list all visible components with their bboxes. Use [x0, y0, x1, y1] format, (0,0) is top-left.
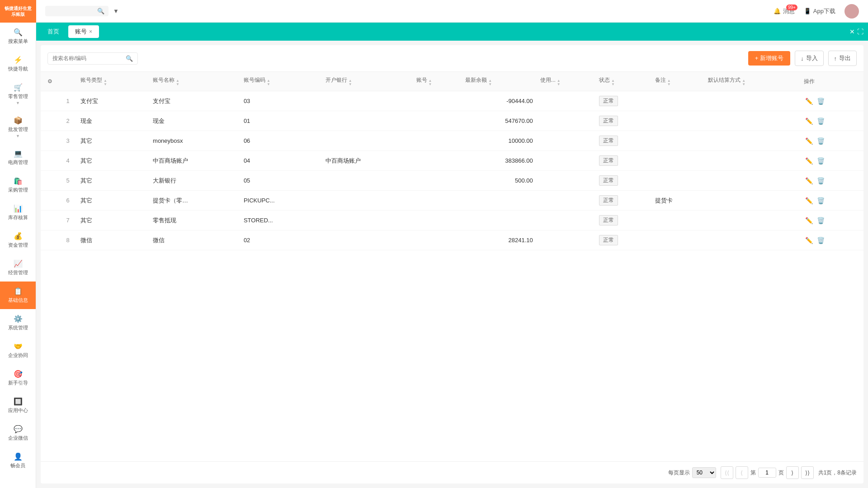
search-input[interactable]	[52, 55, 123, 61]
delete-button[interactable]: 🗑️	[816, 96, 826, 106]
add-account-button[interactable]: + 新增账号	[748, 51, 790, 66]
table-row: 1 支付宝 支付宝 03 -90444.00 正常 ✏️ 🗑️	[41, 91, 863, 111]
row-remark	[651, 151, 705, 171]
row-default-settle	[704, 211, 800, 230]
row-account-name: moneybosx	[149, 131, 240, 151]
col-bank[interactable]: 开户银行▲▼	[322, 72, 413, 91]
col-remark[interactable]: 备注▲▼	[651, 72, 705, 91]
sidebar-item-label: 企业协同	[8, 352, 28, 359]
last-page-button[interactable]: ⟩⟩	[801, 466, 814, 479]
search-container[interactable]: 🔍	[47, 52, 138, 65]
top-search-bar[interactable]: 🔍	[45, 6, 108, 16]
prev-page-button[interactable]: ⟨	[736, 466, 748, 479]
row-use-state	[537, 111, 595, 131]
expand-arrow-icon: ▼	[16, 134, 20, 138]
edit-button[interactable]: ✏️	[804, 156, 814, 166]
per-page-select[interactable]: 50 100	[692, 467, 716, 478]
tab-home[interactable]: 首页	[41, 25, 66, 38]
sidebar-item-ecommerce-manage[interactable]: 💻 电商管理	[0, 144, 36, 171]
col-account-type[interactable]: 账号类型▲▼	[77, 72, 149, 91]
row-remark	[651, 111, 705, 131]
row-balance: 28241.10	[462, 230, 536, 250]
sidebar-item-enterprise-wechat[interactable]: 💬 企业微信	[0, 419, 36, 447]
app-download-button[interactable]: 📱 App下载	[804, 7, 835, 15]
notification-button[interactable]: 🔔 消息 99+	[774, 7, 795, 15]
sidebar-item-newbie-guide[interactable]: 🎯 新手引导	[0, 364, 36, 392]
sidebar-item-system-manage[interactable]: ⚙️ 系统管理	[0, 309, 36, 337]
sidebar-item-label: 采购管理	[8, 187, 28, 193]
row-num: 2	[59, 111, 77, 131]
status-badge: 正常	[599, 195, 618, 206]
sidebar-item-app-center[interactable]: 🔲 应用中心	[0, 392, 36, 419]
col-status[interactable]: 状态▲▼	[595, 72, 651, 91]
row-account-code: PICKUPC...	[240, 191, 322, 211]
col-settings[interactable]: ⚙	[41, 72, 59, 91]
col-use-state[interactable]: 使用...▲▼	[537, 72, 595, 91]
avatar[interactable]	[844, 4, 859, 19]
col-account-no[interactable]: 账号▲▼	[413, 72, 462, 91]
row-actions: ✏️ 🗑️	[800, 171, 863, 191]
content-area: 🔍 + 新增账号 ↓ 导入 ↑ 导出 ⚙	[41, 45, 863, 483]
row-account-code: STORED...	[240, 211, 322, 230]
tab-account[interactable]: 账号×	[68, 25, 99, 38]
sidebar-item-label: 零售管理	[8, 93, 28, 100]
first-page-button[interactable]: ⟨⟨	[721, 466, 733, 479]
sidebar-item-ops-manage[interactable]: 📈 经营管理	[0, 254, 36, 282]
sidebar-item-basic-info[interactable]: 📋 基础信息	[0, 282, 36, 309]
row-num: 5	[59, 171, 77, 191]
page-input[interactable]: 1	[758, 468, 776, 478]
sidebar-item-member[interactable]: 👤 畅会员	[0, 447, 36, 474]
row-account-type: 其它	[77, 191, 149, 211]
col-default-settle[interactable]: 默认结算方式▲▼	[704, 72, 800, 91]
col-balance[interactable]: 最新余额▲▼	[462, 72, 536, 91]
row-default-settle	[704, 191, 800, 211]
enterprise-wechat-icon: 💬	[14, 425, 23, 433]
sidebar-item-label: 企业微信	[8, 435, 28, 441]
top-search-input[interactable]	[50, 8, 95, 14]
notification-badge: 99+	[786, 5, 797, 10]
page-total: 共1页，8条记录	[818, 469, 857, 477]
next-page-button[interactable]: ⟩	[786, 466, 799, 479]
dropdown-arrow-icon: ▼	[113, 8, 119, 14]
edit-button[interactable]: ✏️	[804, 136, 814, 146]
sidebar-item-search-menu[interactable]: 🔍 搜索菜单	[0, 23, 36, 50]
edit-button[interactable]: ✏️	[804, 176, 814, 186]
row-bank	[322, 111, 413, 131]
tab-close-icon[interactable]: ×	[89, 28, 92, 35]
col-action: 操作	[800, 72, 863, 91]
sidebar-item-wholesale-manage[interactable]: 📦 批发管理 ▼	[0, 111, 36, 144]
sidebar-item-purchase-manage[interactable]: 🛍️ 采购管理	[0, 171, 36, 199]
edit-button[interactable]: ✏️	[804, 116, 814, 126]
row-settings	[41, 171, 59, 191]
maximize-icon[interactable]: ⛶	[857, 28, 863, 35]
row-bank	[322, 171, 413, 191]
sidebar-item-label: 批发管理	[8, 126, 28, 133]
col-account-code[interactable]: 账号编码▲▼	[240, 72, 322, 91]
export-button[interactable]: ↑ 导出	[828, 51, 857, 66]
delete-button[interactable]: 🗑️	[816, 196, 826, 206]
delete-button[interactable]: 🗑️	[816, 216, 826, 225]
sidebar-item-retail-manage[interactable]: 🛒 零售管理 ▼	[0, 78, 36, 111]
row-settings	[41, 151, 59, 171]
row-balance	[462, 211, 536, 230]
sidebar-item-inventory[interactable]: 📊 库存核算	[0, 199, 36, 226]
close-tab-icon[interactable]: ✕	[849, 28, 855, 35]
delete-button[interactable]: 🗑️	[816, 235, 826, 245]
sidebar-item-quick-nav[interactable]: ⚡ 快捷导航	[0, 50, 36, 78]
edit-button[interactable]: ✏️	[804, 96, 814, 106]
export-label: 导出	[839, 54, 851, 62]
delete-button[interactable]: 🗑️	[816, 176, 826, 186]
sidebar-item-enterprise-agreement[interactable]: 🤝 企业协同	[0, 337, 36, 364]
import-button[interactable]: ↓ 导入	[795, 51, 824, 66]
top-dropdown[interactable]: ▼	[113, 8, 119, 14]
delete-button[interactable]: 🗑️	[816, 156, 826, 166]
edit-button[interactable]: ✏️	[804, 216, 814, 225]
toolbar-left: 🔍	[47, 52, 138, 65]
delete-button[interactable]: 🗑️	[816, 116, 826, 126]
col-account-name[interactable]: 账号名称▲▼	[149, 72, 240, 91]
edit-button[interactable]: ✏️	[804, 196, 814, 206]
sidebar-item-capital-manage[interactable]: 💰 资金管理	[0, 226, 36, 254]
row-bank	[322, 230, 413, 250]
edit-button[interactable]: ✏️	[804, 235, 814, 245]
delete-button[interactable]: 🗑️	[816, 136, 826, 146]
